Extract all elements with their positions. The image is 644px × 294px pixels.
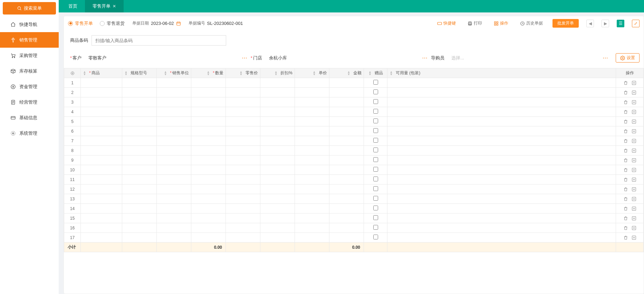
gift-checkbox[interactable]: [373, 206, 378, 210]
col-gift[interactable]: ▲▼赠品: [364, 68, 387, 78]
store-filter[interactable]: *门店 余杭小库 ⋯: [251, 54, 431, 63]
add-row-icon[interactable]: [632, 80, 636, 85]
table-row[interactable]: 2: [64, 88, 644, 97]
table-row[interactable]: 13: [64, 194, 644, 204]
add-row-icon[interactable]: [632, 216, 636, 221]
delete-icon[interactable]: [623, 119, 628, 124]
col-avail[interactable]: ▲▼可用量 (包装): [387, 68, 616, 78]
delete-icon[interactable]: [623, 235, 628, 240]
col-product[interactable]: ▲▼*商品: [81, 68, 122, 78]
sidebar-item[interactable]: 快捷导航: [0, 17, 59, 32]
delete-icon[interactable]: [623, 206, 628, 211]
add-row-icon[interactable]: [632, 235, 636, 240]
table-row[interactable]: 1: [64, 78, 644, 88]
gift-checkbox[interactable]: [373, 225, 378, 230]
list-view-button[interactable]: ☰: [617, 20, 624, 27]
gift-checkbox[interactable]: [373, 186, 378, 191]
col-config[interactable]: [64, 68, 81, 78]
delete-icon[interactable]: [623, 80, 628, 85]
table-row[interactable]: 7: [64, 136, 644, 146]
table-row[interactable]: 3: [64, 97, 644, 107]
sidebar-item[interactable]: 采购管理: [0, 48, 59, 63]
print-button[interactable]: 打印: [465, 19, 484, 27]
delete-icon[interactable]: [623, 197, 628, 201]
col-uprice[interactable]: ▲▼单价: [295, 68, 329, 78]
delete-icon[interactable]: [623, 177, 628, 182]
delete-icon[interactable]: [623, 226, 628, 230]
expand-button[interactable]: ⤢: [632, 20, 640, 27]
table-row[interactable]: 14: [64, 204, 644, 214]
guide-filter[interactable]: 导购员 选择... ⋯: [431, 54, 612, 63]
table-row[interactable]: 12: [64, 184, 644, 194]
gift-checkbox[interactable]: [373, 157, 378, 162]
delete-icon[interactable]: [623, 158, 628, 163]
col-spec[interactable]: ▲▼规格型号: [122, 68, 157, 78]
guide-picker-icon[interactable]: ⋯: [599, 55, 612, 61]
col-discount[interactable]: ▲▼折扣%: [260, 68, 295, 78]
table-row[interactable]: 16: [64, 223, 644, 233]
shortcut-button[interactable]: 快捷键: [435, 19, 458, 27]
gift-checkbox[interactable]: [373, 89, 378, 94]
store-picker-icon[interactable]: ⋯: [419, 55, 431, 61]
add-row-icon[interactable]: [632, 187, 636, 192]
operate-button[interactable]: 操作: [492, 19, 510, 27]
add-row-icon[interactable]: [632, 129, 636, 134]
gift-checkbox[interactable]: [373, 99, 378, 104]
col-retail[interactable]: ▲▼零售价: [226, 68, 260, 78]
radio-retail-return[interactable]: 零售退货: [100, 20, 125, 27]
add-row-icon[interactable]: [632, 110, 636, 114]
tab[interactable]: 零售开单✕: [85, 0, 124, 12]
delete-icon[interactable]: [623, 168, 628, 172]
add-row-icon[interactable]: [632, 119, 636, 124]
bill-date[interactable]: 单据日期 2023-06-02: [132, 20, 181, 26]
table-row[interactable]: 4: [64, 107, 644, 117]
add-row-icon[interactable]: [632, 168, 636, 172]
col-unit[interactable]: ▲▼*销售单位: [157, 68, 191, 78]
customer-picker-icon[interactable]: ⋯: [238, 55, 251, 61]
search-menu-button[interactable]: 搜索菜单: [3, 2, 56, 15]
add-row-icon[interactable]: [632, 197, 636, 201]
table-row[interactable]: 15: [64, 214, 644, 223]
add-row-icon[interactable]: [632, 139, 636, 143]
settings-button[interactable]: 设置: [616, 53, 640, 63]
delete-icon[interactable]: [623, 216, 628, 221]
next-button[interactable]: ▶: [602, 20, 609, 27]
delete-icon[interactable]: [623, 100, 628, 105]
gift-checkbox[interactable]: [373, 109, 378, 114]
prev-button[interactable]: ◀: [586, 20, 594, 27]
tab[interactable]: 首页: [61, 0, 85, 12]
customer-filter[interactable]: *客户 零散客户 ⋯: [70, 54, 251, 63]
sidebar-item[interactable]: 资金管理: [0, 79, 59, 94]
table-row[interactable]: 9: [64, 155, 644, 165]
table-row[interactable]: 11: [64, 175, 644, 184]
table-row[interactable]: 5: [64, 117, 644, 126]
close-icon[interactable]: ✕: [113, 4, 116, 9]
add-row-icon[interactable]: [632, 90, 636, 95]
sidebar-item[interactable]: 系统管理: [0, 125, 59, 141]
delete-icon[interactable]: [623, 90, 628, 95]
table-row[interactable]: 6: [64, 126, 644, 136]
col-qty[interactable]: ▲▼*数量: [191, 68, 226, 78]
add-row-icon[interactable]: [632, 158, 636, 163]
add-row-icon[interactable]: [632, 177, 636, 182]
sidebar-item[interactable]: 销售管理: [0, 32, 59, 48]
gift-checkbox[interactable]: [373, 196, 378, 201]
gift-checkbox[interactable]: [373, 167, 378, 172]
add-row-icon[interactable]: [632, 206, 636, 211]
gift-checkbox[interactable]: [373, 215, 378, 220]
gift-checkbox[interactable]: [373, 235, 378, 239]
gift-checkbox[interactable]: [373, 80, 378, 85]
col-amount[interactable]: ▲▼金额: [329, 68, 364, 78]
sidebar-item[interactable]: 库存核算: [0, 63, 59, 79]
delete-icon[interactable]: [623, 129, 628, 134]
gift-checkbox[interactable]: [373, 128, 378, 133]
gift-checkbox[interactable]: [373, 177, 378, 181]
sidebar-item[interactable]: 经营管理: [0, 94, 59, 110]
gift-checkbox[interactable]: [373, 138, 378, 143]
add-row-icon[interactable]: [632, 226, 636, 230]
delete-icon[interactable]: [623, 139, 628, 143]
add-row-icon[interactable]: [632, 148, 636, 153]
table-row[interactable]: 17: [64, 233, 644, 243]
delete-icon[interactable]: [623, 110, 628, 114]
add-row-icon[interactable]: [632, 100, 636, 105]
